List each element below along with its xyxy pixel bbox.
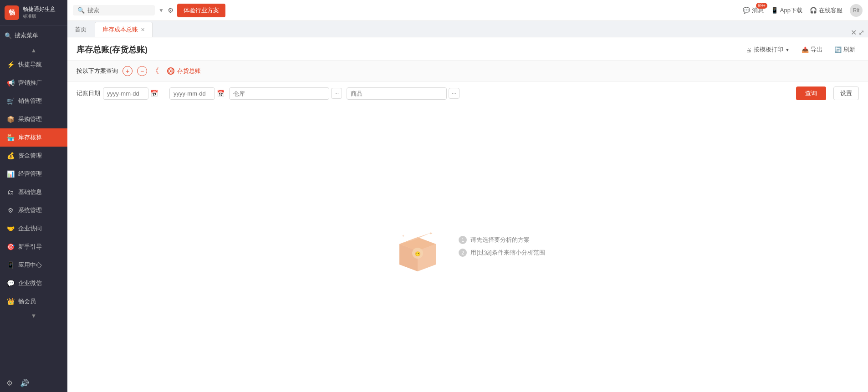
online-consult-button[interactable]: 🎧 在线客服 xyxy=(810,6,842,15)
svg-text:✦: ✦ xyxy=(402,234,405,238)
page-header: 库存总账(存货总账) 🖨 按模板打印 ▼ 📤 导出 🔄 刷新 xyxy=(67,37,868,61)
export-button[interactable]: 📤 导出 xyxy=(798,44,826,56)
sidebar-item-system[interactable]: ⚙ 系统管理 xyxy=(0,201,67,219)
phone-icon: 📱 xyxy=(771,7,778,14)
filter-collapse-button[interactable]: 《 xyxy=(152,66,159,76)
sidebar-logo: 畅 畅捷通好生意 标准版 xyxy=(0,0,67,26)
sidebar-item-finance[interactable]: 💰 资金管理 xyxy=(0,147,67,165)
settings-bottom-icon[interactable]: ⚙ xyxy=(6,379,13,387)
apps-icon: 📱 xyxy=(6,261,15,269)
filter-bar: 按以下方案查询 + − 《 存货总账 xyxy=(67,61,868,82)
warehouse-field: ··· xyxy=(229,87,342,100)
marketing-icon: 📢 xyxy=(6,79,15,87)
refresh-button[interactable]: 🔄 刷新 xyxy=(831,44,859,56)
page-action-buttons: 🖨 按模板打印 ▼ 📤 导出 🔄 刷新 xyxy=(742,44,859,56)
date-separator: — xyxy=(161,90,167,97)
basics-icon: 🗂 xyxy=(6,188,15,196)
topbar-search-field[interactable]: 🔍 xyxy=(73,5,155,15)
sidebar-item-wechat[interactable]: 💬 企业微信 xyxy=(0,274,67,292)
empty-hints: 1 请先选择要分析的方案 2 用[过滤]条件来缩小分析范围 xyxy=(459,236,545,261)
search-button[interactable]: 查询 xyxy=(796,87,826,100)
page-content: 库存总账(存货总账) 🖨 按模板打印 ▼ 📤 导出 🔄 刷新 按以下方案查 xyxy=(67,37,868,392)
close-panel-icon[interactable]: ✕ xyxy=(851,28,857,37)
sidebar-search-area[interactable]: 🔍 搜索菜单 xyxy=(0,26,67,45)
app-download-button[interactable]: 📱 App下载 xyxy=(771,6,802,15)
goods-input[interactable] xyxy=(347,87,447,100)
wechat-icon: 💬 xyxy=(6,280,15,287)
tab-close-button[interactable]: ✕ xyxy=(141,27,145,33)
member-icon: 👑 xyxy=(6,298,15,305)
step-2-circle: 2 xyxy=(459,249,467,257)
filter-del-button[interactable]: − xyxy=(137,66,147,76)
scheme-icon xyxy=(167,67,174,75)
page-title: 库存总账(存货总账) xyxy=(77,44,148,55)
empty-box-svg: ✦ ✦ 😶 xyxy=(390,221,445,276)
app-badge: 标准版 xyxy=(23,13,56,20)
audio-bottom-icon[interactable]: 🔊 xyxy=(20,379,29,387)
date-start-input-group: 📅 xyxy=(103,87,158,100)
topbar-dropdown-chevron[interactable]: ▼ xyxy=(158,7,164,14)
filter-section-label: 按以下方案查询 xyxy=(77,67,118,75)
sidebar-nav: ▲ ⚡ 快捷导航 📢 营销推广 🛒 销售管理 📦 采购管理 🏪 库存核算 💰 资… xyxy=(0,45,67,374)
calendar-end-icon[interactable]: 📅 xyxy=(217,90,225,97)
operations-icon: 📊 xyxy=(6,170,15,178)
svg-text:😶: 😶 xyxy=(415,251,421,257)
user-avatar[interactable]: Rit xyxy=(850,4,863,17)
sidebar-item-basics[interactable]: 🗂 基础信息 xyxy=(0,183,67,201)
sidebar-item-purchase[interactable]: 📦 采购管理 xyxy=(0,110,67,128)
tab-inventory-ledger[interactable]: 库存成本总账 ✕ xyxy=(95,22,153,37)
search-icon: 🔍 xyxy=(5,32,12,39)
search-menu-button[interactable]: 🔍 搜索菜单 xyxy=(5,30,63,41)
headset-icon: 🎧 xyxy=(810,7,817,14)
sidebar-item-sales[interactable]: 🛒 销售管理 xyxy=(0,92,67,110)
svg-text:✦: ✦ xyxy=(429,231,433,236)
sidebar-bottom: ⚙ 🔊 xyxy=(0,374,67,392)
purchase-icon: 📦 xyxy=(6,116,15,123)
expand-icon[interactable]: ⤢ xyxy=(858,28,864,37)
industry-solution-button[interactable]: 体验行业方案 xyxy=(177,4,225,17)
print-template-button[interactable]: 🖨 按模板打印 ▼ xyxy=(742,44,793,56)
date-start-input[interactable] xyxy=(103,87,148,100)
minus-icon: − xyxy=(140,67,144,75)
sidebar-item-apps[interactable]: 📱 应用中心 xyxy=(0,256,67,274)
message-button[interactable]: 💬 消息 99+ xyxy=(743,6,764,15)
corp-icon: 🤝 xyxy=(6,225,15,232)
scroll-up-btn[interactable]: ▲ xyxy=(0,45,67,56)
sidebar-item-newbie[interactable]: 🎯 新手引导 xyxy=(0,238,67,256)
sidebar-item-inventory[interactable]: 🏪 库存核算 xyxy=(0,128,67,147)
app-name: 畅捷通好生意 xyxy=(23,6,56,13)
sidebar-item-member[interactable]: 👑 畅会员 xyxy=(0,292,67,311)
empty-hint-1: 1 请先选择要分析的方案 xyxy=(459,236,545,244)
goods-field: ··· xyxy=(347,87,460,100)
sidebar-item-quick-nav[interactable]: ⚡ 快捷导航 xyxy=(0,56,67,74)
main-content-area: 🔍 ▼ ⚙ 体验行业方案 💬 消息 99+ 📱 App下载 🎧 在线客服 Rit xyxy=(67,0,868,392)
svg-point-1 xyxy=(170,70,172,72)
sidebar-item-corp[interactable]: 🤝 企业协同 xyxy=(0,219,67,238)
system-icon: ⚙ xyxy=(6,207,15,214)
filter-add-button[interactable]: + xyxy=(123,66,133,76)
date-end-input[interactable] xyxy=(169,87,215,100)
message-icon: 💬 xyxy=(743,7,750,14)
topbar-right-actions: 💬 消息 99+ 📱 App下载 🎧 在线客服 Rit xyxy=(743,4,863,17)
warehouse-more-button[interactable]: ··· xyxy=(331,88,342,99)
sidebar: 畅 畅捷通好生意 标准版 🔍 搜索菜单 ▲ ⚡ 快捷导航 📢 营销推广 🛒 销售… xyxy=(0,0,67,392)
date-field: 记账日期 📅 — 📅 xyxy=(77,87,225,100)
settings-button[interactable]: 设置 xyxy=(833,87,859,100)
empty-hint-2: 2 用[过滤]条件来缩小分析范围 xyxy=(459,249,545,257)
goods-more-button[interactable]: ··· xyxy=(449,88,460,99)
app-name-block: 畅捷通好生意 标准版 xyxy=(23,6,56,20)
topbar-search-input[interactable] xyxy=(87,7,142,14)
sidebar-item-operations[interactable]: 📊 经营管理 xyxy=(0,165,67,183)
warehouse-input[interactable] xyxy=(229,87,329,100)
tab-home[interactable]: 首页 xyxy=(67,22,94,37)
scheme-item-inventory-ledger[interactable]: 存货总账 xyxy=(163,65,204,77)
quick-nav-icon: ⚡ xyxy=(6,61,15,68)
sidebar-item-marketing[interactable]: 📢 营销推广 xyxy=(0,74,67,92)
topbar-gear-icon[interactable]: ⚙ xyxy=(168,6,174,15)
empty-illustration: ✦ ✦ 😶 xyxy=(390,221,445,276)
newbie-icon: 🎯 xyxy=(6,243,15,250)
scroll-down-btn[interactable]: ▼ xyxy=(0,311,67,321)
refresh-icon: 🔄 xyxy=(834,46,842,53)
calendar-start-icon[interactable]: 📅 xyxy=(150,90,158,97)
tabs-bar: 首页 库存成本总账 ✕ ✕ ⤢ xyxy=(67,21,868,37)
